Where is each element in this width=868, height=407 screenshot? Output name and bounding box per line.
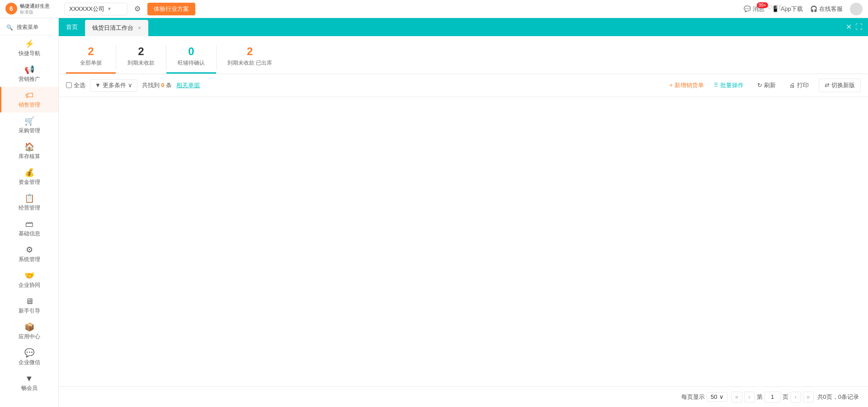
refresh-icon: ↻ (757, 82, 762, 89)
marketing-icon: 📢 (24, 65, 34, 74)
stat-tab-overdue-shipped[interactable]: 2 到期未收款 已出库 (217, 42, 283, 74)
message-badge: 99+ (757, 2, 768, 8)
sidebar-item-marketing[interactable]: 📢 营销推广 (0, 61, 58, 87)
company-name: XXXXXX公司 (69, 5, 104, 13)
online-service-button[interactable]: 🎧 在线客服 (810, 5, 843, 13)
guide-icon: 🖥 (25, 297, 33, 305)
print-icon: 🖨 (789, 82, 795, 89)
company-dropdown-arrow: ▼ (107, 6, 112, 11)
main-layout: 🔍 搜索菜单 ⚡ 快捷导航 📢 营销推广 🏷 销售管理 🛒 采购管理 🏠 库存核… (0, 18, 868, 407)
top-bar: 6 畅捷通好生意 标准版 XXXXXX公司 ▼ ⚙ 体验行业方案 💬 消息 99… (0, 0, 868, 18)
page-number-input[interactable] (764, 392, 781, 402)
purchase-icon: 🛒 (24, 117, 34, 125)
page-content: 2 全部单据 2 到期未收款 0 旺辅待确认 2 到期未收款 已出库 (59, 36, 868, 407)
sidebar-item-sales[interactable]: 🏷 销售管理 (0, 87, 58, 112)
quick-nav-label: 快捷导航 (19, 50, 40, 57)
select-all-checkbox[interactable]: 全选 (66, 81, 85, 89)
sidebar-item-basic[interactable]: 🗃 基础信息 (0, 215, 58, 241)
new-sale-button[interactable]: + 新增销货单 (670, 81, 704, 89)
guide-label: 新手引导 (19, 307, 40, 315)
app-center-icon: 📦 (24, 323, 34, 331)
home-tab[interactable]: 首页 (59, 18, 85, 36)
sidebar-item-operation[interactable]: 📋 经营管理 (0, 190, 58, 215)
page-size-box[interactable]: 50 ∨ (707, 392, 727, 402)
content-area: 首页 钱货日清工作台 × ✕ ⛶ 2 全部单据 2 (59, 18, 868, 407)
sidebar-item-app-center[interactable]: 📦 应用中心 (0, 318, 58, 344)
stat-all-count: 2 (88, 45, 94, 58)
sidebar-item-capital[interactable]: 💰 资金管理 (0, 164, 58, 190)
sidebar-item-guide[interactable]: 🖥 新手引导 (0, 293, 58, 318)
stat-tab-pending[interactable]: 0 旺辅待确认 (166, 42, 216, 74)
wechat-label: 企业微信 (19, 359, 40, 366)
stat-overdue-count: 2 (138, 45, 144, 58)
message-button[interactable]: 💬 消息 99+ (744, 5, 764, 13)
tab-minimize-button[interactable]: ✕ (846, 23, 852, 31)
active-tab-workbench[interactable]: 钱货日清工作台 × (85, 20, 148, 36)
stat-tab-overdue[interactable]: 2 到期未收款 (116, 42, 166, 74)
related-records-link[interactable]: 相关单据 (176, 81, 200, 89)
sales-label: 销售管理 (19, 101, 40, 109)
tab-expand-button[interactable]: ⛶ (855, 23, 863, 31)
pagination-bar: 每页显示 50 ∨ « ‹ 第 页 (59, 386, 868, 407)
basic-icon: 🗃 (25, 220, 33, 228)
avatar[interactable] (850, 3, 863, 15)
tab-bar: 首页 钱货日清工作台 × ✕ ⛶ (59, 18, 868, 36)
filter-arrow: ∨ (128, 82, 132, 89)
page-size-selector: 每页显示 50 ∨ (681, 392, 727, 402)
sidebar-item-member[interactable]: ▼ 畅会员 (0, 370, 58, 396)
page-navigation: « ‹ 第 页 › » (731, 392, 814, 402)
refresh-button[interactable]: ↻ 刷新 (754, 80, 779, 91)
page-size-value: 50 (711, 393, 717, 400)
sidebar-item-enterprise[interactable]: 🤝 企业协同 (0, 267, 58, 293)
message-icon: 💬 (744, 5, 751, 12)
app-center-label: 应用中心 (19, 333, 40, 341)
search-menu-label: 搜索菜单 (17, 23, 38, 31)
often-label: OfTEn (767, 4, 787, 10)
page-size-arrow: ∨ (719, 393, 724, 400)
batch-icon: ⠿ (714, 82, 718, 89)
member-label: 畅会员 (21, 384, 38, 392)
batch-op-button[interactable]: ⠿ 批量操作 (710, 80, 747, 91)
stat-tab-all[interactable]: 2 全部单据 (66, 42, 116, 74)
sidebar-item-purchase[interactable]: 🛒 采购管理 (0, 112, 58, 138)
sidebar-item-quick-nav[interactable]: ⚡ 快捷导航 (0, 35, 58, 61)
sales-icon: 🏷 (25, 91, 33, 99)
marketing-label: 营销推广 (19, 75, 40, 83)
stat-overdue-shipped-label: 到期未收款 已出库 (227, 59, 272, 67)
switch-version-button[interactable]: ⇄ 切换新版 (819, 79, 861, 92)
logo-subtitle: 标准版 (20, 9, 50, 15)
trial-button[interactable]: 体验行业方案 (147, 3, 195, 15)
company-selector[interactable]: XXXXXX公司 ▼ (64, 3, 127, 15)
stat-all-label: 全部单据 (80, 59, 102, 67)
found-count: 0 (161, 82, 165, 89)
filter-label: 更多条件 (103, 81, 126, 89)
headset-icon: 🎧 (810, 5, 817, 12)
purchase-label: 采购管理 (19, 127, 40, 135)
search-icon: 🔍 (6, 24, 13, 31)
total-records-label: 共0页，0条记录 (817, 393, 859, 401)
page-prefix: 第 (757, 393, 763, 401)
inventory-label: 库存核算 (19, 153, 40, 160)
sidebar: 🔍 搜索菜单 ⚡ 快捷导航 📢 营销推广 🏷 销售管理 🛒 采购管理 🏠 库存核… (0, 18, 59, 407)
sidebar-item-inventory[interactable]: 🏠 库存核算 (0, 138, 58, 164)
prev-page-button[interactable]: ‹ (744, 392, 755, 402)
tab-close-button[interactable]: × (138, 25, 141, 31)
switch-icon: ⇄ (825, 82, 830, 89)
last-page-button[interactable]: » (803, 392, 814, 402)
enterprise-icon: 🤝 (24, 271, 34, 280)
page-suffix: 页 (783, 393, 788, 401)
select-all-input[interactable] (66, 82, 72, 88)
enterprise-label: 企业协同 (19, 281, 40, 289)
capital-icon: 💰 (24, 168, 34, 177)
inventory-icon: 🏠 (24, 143, 34, 151)
search-menu-item[interactable]: 🔍 搜索菜单 (0, 20, 58, 35)
settings-icon[interactable]: ⚙ (131, 3, 144, 15)
member-icon: ▼ (25, 374, 33, 383)
filter-button[interactable]: ▼ 更多条件 ∨ (90, 79, 137, 92)
sidebar-item-wechat[interactable]: 💬 企业微信 (0, 344, 58, 370)
quick-nav-icon: ⚡ (24, 40, 34, 48)
next-page-button[interactable]: › (790, 392, 801, 402)
first-page-button[interactable]: « (731, 392, 742, 402)
print-button[interactable]: 🖨 打印 (786, 80, 812, 91)
sidebar-item-system[interactable]: ⚙ 系统管理 (0, 241, 58, 267)
